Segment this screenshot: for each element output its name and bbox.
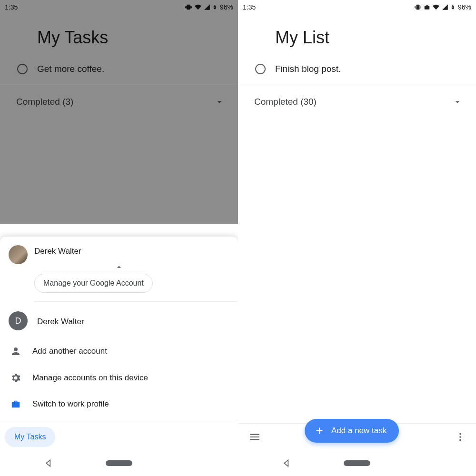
plus-icon: [314, 426, 325, 436]
person-add-icon: [9, 346, 23, 357]
more-button[interactable]: [455, 432, 466, 442]
collapse-chevron[interactable]: [0, 262, 238, 274]
current-list-chip[interactable]: My Tasks: [5, 427, 55, 447]
add-account-label: Add another account: [32, 347, 107, 356]
secondary-account-name: Derek Walter: [37, 316, 84, 327]
lists-row: My Tasks: [0, 420, 238, 450]
manage-account-button[interactable]: Manage your Google Account: [34, 274, 153, 293]
back-triangle-icon: [44, 458, 53, 468]
add-task-fab[interactable]: Add a new task: [305, 419, 399, 443]
fab-label: Add a new task: [331, 426, 387, 436]
task-checkbox[interactable]: [255, 64, 266, 74]
screen-left: 1:35 96% My Tasks Get more coffee. Compl…: [0, 0, 238, 476]
svg-point-1: [459, 433, 461, 435]
add-account-row[interactable]: Add another account: [0, 338, 238, 365]
more-vert-icon: [455, 432, 466, 442]
task-label: Finish blog post.: [275, 64, 341, 74]
android-nav-bar: [238, 450, 476, 476]
completed-label: Completed (30): [254, 97, 317, 107]
hamburger-icon: [248, 431, 261, 443]
page-title: My List: [238, 14, 476, 59]
cell-icon: [442, 4, 448, 10]
secondary-account-row[interactable]: D Derek Walter: [0, 302, 238, 338]
back-triangle-icon: [282, 458, 291, 468]
svg-point-3: [459, 439, 461, 441]
scrim-overlay[interactable]: [0, 0, 238, 224]
vibrate-icon: [414, 4, 422, 10]
status-time: 1:35: [243, 3, 256, 11]
screen-right: 1:35 96% My List Finish blog post. Compl…: [238, 0, 476, 476]
manage-accounts-label: Manage accounts on this device: [32, 373, 148, 383]
switch-work-label: Switch to work profile: [32, 399, 109, 409]
status-bar: 1:35 96%: [238, 0, 476, 14]
nav-home-pill[interactable]: [106, 460, 132, 466]
battery-percent: 96%: [458, 3, 471, 11]
gear-icon: [9, 372, 23, 384]
battery-icon: [450, 3, 455, 11]
current-account-row[interactable]: Derek Walter: [0, 245, 238, 264]
nav-back-button[interactable]: [282, 458, 291, 468]
switch-work-row[interactable]: Switch to work profile: [0, 391, 238, 417]
task-row[interactable]: Finish blog post.: [238, 59, 476, 86]
account-sheet: Derek Walter Manage your Google Account …: [0, 237, 238, 450]
android-nav-bar: [0, 450, 238, 476]
chevron-up-icon: [114, 262, 124, 272]
manage-accounts-row[interactable]: Manage accounts on this device: [0, 365, 238, 391]
svg-point-0: [14, 347, 18, 351]
status-icons: 96%: [414, 3, 471, 11]
completed-toggle[interactable]: Completed (30): [238, 86, 476, 118]
nav-back-button[interactable]: [44, 458, 53, 468]
briefcase-icon: [9, 399, 23, 409]
menu-button[interactable]: [248, 431, 261, 443]
avatar-letter: D: [9, 311, 28, 330]
briefcase-icon: [424, 4, 430, 10]
svg-point-2: [459, 436, 461, 438]
wifi-icon: [432, 4, 440, 10]
avatar: [9, 245, 28, 264]
nav-home-pill[interactable]: [344, 460, 370, 466]
chevron-down-icon: [452, 97, 463, 107]
account-name: Derek Walter: [34, 245, 81, 256]
